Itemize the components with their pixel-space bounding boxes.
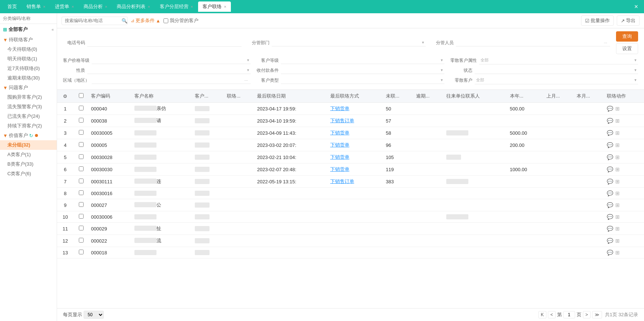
grid-icon[interactable]: ⊞ [615,190,620,196]
row-checkbox[interactable] [79,130,84,135]
row-checkbox[interactable] [79,154,84,159]
row-checkbox[interactable] [79,166,84,171]
sidebar-item-c-class[interactable]: C类客户(6) [0,169,57,179]
td-checkbox[interactable] [73,211,89,223]
chat-icon[interactable]: 💬 [607,250,613,255]
first-page-button[interactable]: K [538,311,546,318]
sidebar-search-input[interactable] [3,16,57,21]
chat-icon[interactable]: 💬 [607,214,613,220]
contact-method-link[interactable]: 下销售订单 [330,179,354,184]
contact-method-link[interactable]: 下销售订单 [330,118,354,123]
td-checkbox[interactable] [73,235,89,247]
row-checkbox[interactable] [79,226,84,230]
search-input[interactable] [65,18,120,23]
chat-icon[interactable]: 💬 [607,154,613,160]
my-customers-checkbox[interactable] [163,18,168,23]
tab-purchase[interactable]: 进货单 × [50,1,78,12]
sidebar-group-problem[interactable]: ▼ 问题客户 [0,83,57,92]
td-checkbox[interactable] [73,188,89,199]
chat-icon[interactable]: 💬 [607,106,613,112]
reset-button[interactable]: 设置 [616,43,638,54]
sidebar-all-customers[interactable]: ⊞ 全部客户 « [0,24,57,35]
sidebar-item-lost[interactable]: 已流失客户(24) [0,112,57,121]
filter-price-level-select[interactable]: ▾ [92,57,251,64]
chat-icon[interactable]: 💬 [607,226,613,232]
grid-icon[interactable]: ⊞ [615,179,620,184]
tab-customer-contact-close[interactable]: × [224,4,226,9]
sidebar-item-a-class[interactable]: A类客户(1) [0,150,57,159]
sidebar-item-b-class[interactable]: B类客户(33) [0,159,57,169]
row-checkbox[interactable] [79,118,84,123]
close-all-button[interactable]: × [631,3,641,11]
contact-method-link[interactable]: 下销货单 [330,154,349,160]
row-checkbox[interactable] [79,214,84,219]
th-gear[interactable]: ⚙ [57,90,73,103]
contact-method-link[interactable]: 下销货单 [330,106,349,111]
grid-icon[interactable]: ⊞ [615,250,620,255]
filter-person-select[interactable]: ··· [456,39,610,46]
tab-analysis-close[interactable]: × [105,4,107,9]
grid-icon[interactable]: ⊞ [615,106,620,112]
td-checkbox[interactable] [73,247,89,258]
grid-icon[interactable]: ⊞ [615,166,620,172]
row-checkbox[interactable] [79,106,84,110]
sidebar-item-7days[interactable]: 近7天待联络(0) [0,64,57,73]
tab-customer-tier-close[interactable]: × [191,4,193,9]
grid-icon[interactable]: ⊞ [615,142,620,148]
batch-ops-button[interactable]: ☑ 批量操作 [581,15,614,26]
filter-payment-select[interactable]: ▾ [281,67,444,74]
td-checkbox[interactable] [73,176,89,188]
more-conditions-button[interactable]: ⊿ 更多条件 ▲ [131,17,161,24]
chat-icon[interactable]: 💬 [607,202,613,208]
sidebar-item-today[interactable]: 今天待联络(0) [0,45,57,54]
row-checkbox[interactable] [79,238,84,243]
td-checkbox[interactable] [73,223,89,235]
contact-method-link[interactable]: 下销货单 [330,130,349,135]
filter-sparse-attr-select[interactable]: 全部 ▾ [479,56,638,64]
filter-region-select[interactable]: ··· [92,77,251,84]
chat-icon[interactable]: 💬 [607,179,613,184]
grid-icon[interactable]: ⊞ [615,130,620,136]
tab-purchase-close[interactable]: × [71,4,74,9]
filter-sparse-customer-select[interactable]: 全部 ▾ [475,76,638,84]
filter-status-select[interactable]: ▾ [475,67,638,74]
sidebar-item-overdue[interactable]: 逾期未联络(30) [0,73,57,83]
sidebar-item-abnormal[interactable]: 囤购异常客户(2) [0,92,57,102]
chat-icon[interactable]: 💬 [607,142,613,148]
filter-customer-type-select[interactable]: ▾ [281,77,444,84]
prev-page-button[interactable]: < [548,311,556,318]
tab-sales-close[interactable]: × [43,4,45,9]
row-checkbox[interactable] [79,190,84,195]
sidebar-item-tomorrow[interactable]: 明天待联络(1) [0,54,57,64]
contact-method-link[interactable]: 下销货单 [330,142,349,148]
td-checkbox[interactable] [73,115,89,127]
sidebar-item-warning[interactable]: 流失预警客户(3) [0,102,57,112]
chat-icon[interactable]: 💬 [607,166,613,172]
page-size-select[interactable]: 50 100 200 [84,311,104,319]
refresh-icon[interactable]: ↻ [29,133,33,138]
td-checkbox[interactable] [73,127,89,139]
filter-phone-input[interactable] [87,39,242,47]
chat-icon[interactable]: 💬 [607,238,613,244]
next-page-button[interactable]: > [583,311,591,318]
query-button[interactable]: 查询 [616,31,638,42]
chat-icon[interactable]: 💬 [607,130,613,136]
grid-icon[interactable]: ⊞ [615,154,620,160]
contact-method-link[interactable]: 下销货单 [330,166,349,172]
chat-icon[interactable]: 💬 [607,118,613,124]
td-checkbox[interactable] [73,103,89,115]
sidebar-group-value[interactable]: ▼ 价值客户 ↻ [0,131,57,140]
td-checkbox[interactable] [73,199,89,211]
grid-icon[interactable]: ⊞ [615,226,620,232]
sidebar-item-declining[interactable]: 持续下滑客户(2) [0,121,57,131]
filter-dept-select[interactable]: ▾ [272,39,426,46]
td-checkbox[interactable] [73,163,89,176]
tab-analysis[interactable]: 商品分析 × [79,1,112,12]
search-icon[interactable]: 🔍 [122,18,127,24]
tab-home[interactable]: 首页 [3,1,21,12]
tab-analysis-list-close[interactable]: × [148,4,150,9]
grid-icon[interactable]: ⊞ [615,214,620,220]
settings-icon[interactable]: ⚙ [63,94,67,99]
last-page-button[interactable]: ≫ [592,311,602,318]
sidebar-item-ungroup[interactable]: 未分组(32) [0,140,57,150]
